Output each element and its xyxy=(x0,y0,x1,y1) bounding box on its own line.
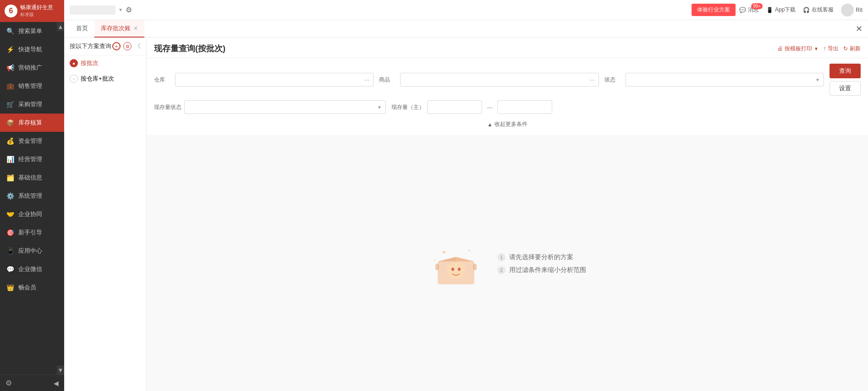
system-icon: ⚙️ xyxy=(5,191,15,201)
print-btn[interactable]: 🖨 按模板打印 ▼ xyxy=(777,45,819,53)
sidebar-item-newbie[interactable]: 🎯 新手引导 xyxy=(0,223,64,242)
app-logo: 6 xyxy=(5,5,17,17)
inventory-qty-filter-item: 现存量（主） — xyxy=(391,100,623,114)
filter-row-1: 仓库 ··· 商品 ··· 状态 xyxy=(154,64,861,96)
sidebar-item-purchase[interactable]: 🛒 采购管理 xyxy=(0,95,64,114)
hint-2-text: 用过滤条件来缩小分析范围 xyxy=(509,266,586,274)
sidebar-item-sales[interactable]: 💼 销售管理 xyxy=(0,77,64,95)
refresh-btn[interactable]: ↻ 刷新 xyxy=(843,45,861,53)
experience-btn[interactable]: 体验行业方案 xyxy=(692,4,736,16)
user-name: Rit xyxy=(856,7,863,13)
query-btn[interactable]: 查询 xyxy=(830,64,861,78)
tab-inventory-batch[interactable]: 库存批次账 ✕ xyxy=(94,20,144,38)
filter-area: 仓库 ··· 商品 ··· 状态 xyxy=(147,58,868,136)
hint-2-num: 2 xyxy=(497,266,505,274)
scheme-item-by-batch[interactable]: ● 按批次 xyxy=(64,55,146,71)
sidebar-item-quick-nav[interactable]: ⚡ 快捷导航 xyxy=(0,40,64,59)
sidebar-item-app-center[interactable]: 📱 应用中心 xyxy=(0,242,64,260)
sidebar-item-label: 库存核算 xyxy=(18,119,42,127)
sidebar-item-label: 快捷导航 xyxy=(18,45,42,54)
sidebar-item-operations[interactable]: 📊 经营管理 xyxy=(0,150,64,168)
add-scheme-btn[interactable]: ＋ xyxy=(112,42,121,50)
left-panel-actions: ＋ ⚙ 《 xyxy=(112,42,141,50)
export-btn[interactable]: ↑ 导出 xyxy=(823,45,839,53)
sidebar-scroll-up[interactable]: ▲ xyxy=(57,22,64,31)
sidebar-item-system[interactable]: ⚙️ 系统管理 xyxy=(0,187,64,205)
scheme-item-by-warehouse-batch[interactable]: ○ 按仓库+批次 xyxy=(64,71,146,87)
sidebar-footer: ⚙ ◀ xyxy=(0,375,64,391)
sidebar-item-finance[interactable]: 💰 资金管理 xyxy=(0,132,64,150)
sidebar-item-inventory[interactable]: 📦 库存核算 xyxy=(0,114,64,132)
sidebar-item-marketing[interactable]: 📢 营销推广 xyxy=(0,59,64,77)
inventory-qty-from[interactable] xyxy=(427,100,482,114)
inventory-qty-label: 现存量（主） xyxy=(391,103,424,111)
sales-icon: 💼 xyxy=(5,81,15,91)
collapse-conditions-btn[interactable]: ▲ 收起更多条件 xyxy=(154,119,861,130)
sidebar-header: 6 畅康通好生意 标准版 xyxy=(0,0,64,22)
inv-status-dropdown-arrow[interactable]: ▼ xyxy=(377,105,382,110)
collapse-left-panel-icon[interactable]: 《 xyxy=(134,42,141,50)
settings-footer-icon[interactable]: ⚙ xyxy=(5,379,12,387)
status-dropdown-arrow[interactable]: ▼ xyxy=(815,77,820,82)
page-title: 现存量查询(按批次) xyxy=(154,43,225,54)
warehouse-select[interactable]: ··· xyxy=(175,73,374,87)
svg-point-3 xyxy=(447,262,465,279)
user-action[interactable]: Rit xyxy=(841,4,863,16)
sidebar-item-label: 应用中心 xyxy=(18,247,42,255)
sidebar-scroll-down[interactable]: ▼ xyxy=(57,365,64,375)
product-select[interactable]: ··· xyxy=(400,73,599,87)
status-select[interactable]: ▼ xyxy=(626,73,824,87)
sidebar-item-wechat[interactable]: 💬 企业微信 xyxy=(0,260,64,278)
tab-close-icon[interactable]: ✕ xyxy=(133,25,138,32)
sidebar-nav: 🔍 搜索菜单 ⚡ 快捷导航 📢 营销推广 💼 销售管理 🛒 采购管理 📦 库存核… xyxy=(0,22,64,375)
sidebar-item-member[interactable]: 👑 畅会员 xyxy=(0,278,64,297)
app-center-icon: 📱 xyxy=(5,246,15,255)
purchase-icon: 🛒 xyxy=(5,100,15,109)
scheme-item-label: 按仓库+批次 xyxy=(81,75,114,83)
sidebar-item-label: 系统管理 xyxy=(18,192,42,200)
warehouse-ellipsis[interactable]: ··· xyxy=(364,76,370,83)
inventory-status-filter-item: 现存量状态 ▼ xyxy=(154,100,386,114)
tab-inventory-batch-label: 库存批次账 xyxy=(101,24,131,33)
inventory-status-select[interactable]: ▼ xyxy=(184,100,386,114)
sidebar-item-search-menu[interactable]: 🔍 搜索菜单 xyxy=(0,22,64,40)
product-label: 商品 xyxy=(379,76,397,84)
sidebar-item-label: 新手引导 xyxy=(18,228,42,237)
quick-nav-icon: ⚡ xyxy=(5,45,15,54)
app-download-label: App下载 xyxy=(775,6,796,14)
online-service-action[interactable]: 🎧 在线客服 xyxy=(803,6,834,14)
breadcrumb-input[interactable] xyxy=(70,5,115,15)
inventory-icon: 📦 xyxy=(5,118,15,127)
sidebar-item-label: 畅会员 xyxy=(18,283,36,292)
tab-home[interactable]: 首页 xyxy=(70,20,94,38)
newbie-icon: 🎯 xyxy=(5,228,15,237)
gear-icon-topbar[interactable]: ⚙ xyxy=(126,5,132,14)
app-download-action[interactable]: 📱 App下载 xyxy=(766,6,796,14)
by-batch-icon: ● xyxy=(70,59,78,67)
sidebar-item-label: 基础信息 xyxy=(18,174,42,182)
sidebar-item-label: 资金管理 xyxy=(18,137,42,145)
hint-1-text: 请先选择要分析的方案 xyxy=(509,253,573,261)
sidebar-item-enterprise[interactable]: 🤝 企业协同 xyxy=(0,205,64,223)
scheme-settings-btn[interactable]: ⚙ xyxy=(123,42,132,50)
page-title-bar: 现存量查询(按批次) 🖨 按模板打印 ▼ ↑ 导出 ↻ 刷新 xyxy=(147,38,868,58)
inventory-qty-to[interactable] xyxy=(497,100,552,114)
collapse-sidebar-icon[interactable]: ◀ xyxy=(54,380,59,387)
messages-action[interactable]: 💬 消息 99+ xyxy=(739,6,759,14)
svg-rect-7 xyxy=(473,264,477,270)
marketing-icon: 📢 xyxy=(5,63,15,72)
print-dropdown-arrow[interactable]: ▼ xyxy=(814,46,819,51)
product-filter-item: 商品 ··· xyxy=(379,73,599,87)
svg-rect-6 xyxy=(435,264,439,270)
headset-icon: 🎧 xyxy=(803,7,810,13)
close-panel-icon[interactable]: ✕ xyxy=(856,24,863,34)
tab-home-label: 首页 xyxy=(76,24,88,33)
product-ellipsis[interactable]: ··· xyxy=(589,76,595,83)
breadcrumb-dropdown-arrow[interactable]: ▼ xyxy=(118,7,123,12)
sidebar-item-label: 企业协同 xyxy=(18,210,42,218)
sidebar-item-basics[interactable]: 🗂️ 基础信息 xyxy=(0,168,64,187)
member-icon: 👑 xyxy=(5,283,15,292)
settings-btn[interactable]: 设置 xyxy=(830,81,861,96)
svg-marker-1 xyxy=(438,257,456,261)
refresh-icon: ↻ xyxy=(843,45,848,52)
